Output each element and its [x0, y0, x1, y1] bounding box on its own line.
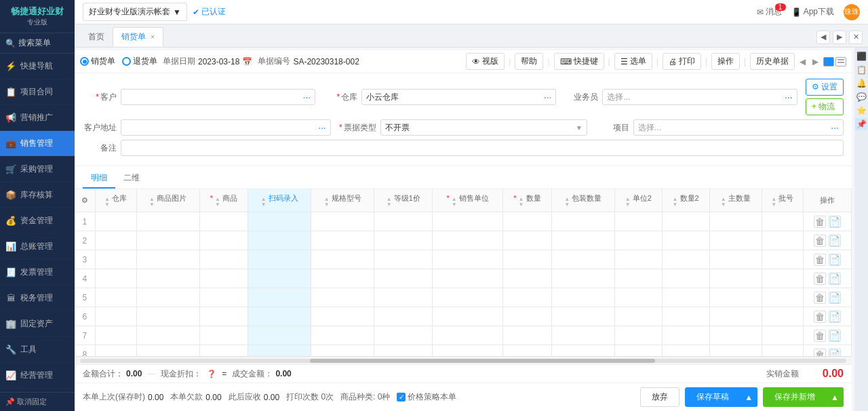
th-product-img[interactable]: ▲▼ 商品图片 [136, 189, 199, 212]
cell-pack-qty[interactable] [551, 326, 614, 345]
settings-icon[interactable]: ⚙ [81, 196, 88, 204]
cell-quantity[interactable] [502, 288, 551, 307]
cell-product[interactable] [199, 250, 248, 269]
customer-input[interactable]: ··· [121, 89, 315, 105]
th-qty2[interactable]: ▲▼ 数量2 [662, 189, 709, 212]
tab-home[interactable]: 首页 [80, 28, 113, 46]
cell-pack-qty[interactable] [551, 288, 614, 307]
copy-row-btn[interactable]: 📄 [829, 254, 841, 266]
right-panel-icon-2[interactable]: 📋 [855, 64, 867, 76]
cell-main-qty[interactable] [709, 212, 762, 231]
sidebar-item-sales[interactable]: 💼 销售管理 [0, 131, 75, 157]
cell-spec[interactable] [311, 288, 374, 307]
cell-scan[interactable] [248, 288, 311, 307]
cell-spec[interactable] [311, 326, 374, 345]
cell-scan[interactable] [248, 345, 311, 357]
history-btn[interactable]: 历史单据 [750, 53, 795, 70]
cell-pack-qty[interactable] [551, 231, 614, 250]
remarks-input[interactable] [121, 140, 844, 156]
calendar-icon[interactable]: 📅 [242, 57, 252, 66]
cell-product-img[interactable] [136, 307, 199, 326]
right-panel-icon-3[interactable]: 🔔 [855, 77, 867, 90]
add-logistics-btn[interactable]: + 物流 [806, 98, 844, 115]
cell-spec[interactable] [311, 269, 374, 288]
tab-next-btn[interactable]: ▶ [833, 31, 846, 44]
delete-row-btn[interactable]: 🗑 [814, 273, 826, 285]
cell-warehouse[interactable] [95, 269, 136, 288]
cell-main-qty[interactable] [709, 345, 762, 357]
delete-row-btn[interactable]: 🗑 [814, 330, 826, 342]
cell-product-img[interactable] [136, 288, 199, 307]
date-value[interactable]: 2023-03-18 [198, 57, 239, 66]
delete-row-btn[interactable]: 🗑 [814, 311, 826, 323]
cell-sales-unit[interactable] [433, 269, 503, 288]
sidebar-item-capital[interactable]: 💰 资金管理 [0, 208, 75, 234]
cell-main-qty[interactable] [709, 231, 762, 250]
grid-view-btn[interactable] [823, 57, 834, 66]
save-draft-btn[interactable]: 保存草稿 [685, 387, 741, 407]
cell-batch[interactable] [762, 345, 803, 357]
cell-qty2[interactable] [662, 231, 709, 250]
cell-scan[interactable] [248, 212, 311, 231]
price-policy-checkbox[interactable]: ✓ [397, 393, 406, 402]
cell-qty2[interactable] [662, 288, 709, 307]
cell-spec[interactable] [311, 345, 374, 357]
cell-warehouse[interactable] [95, 250, 136, 269]
view-btn[interactable]: 👁 视版 [466, 53, 505, 70]
sidebar-item-tools[interactable]: 🔧 工具 [0, 337, 75, 363]
cell-product[interactable] [199, 307, 248, 326]
cell-scan[interactable] [248, 231, 311, 250]
cell-unit2[interactable] [614, 345, 662, 357]
salesperson-input[interactable]: 选择... ··· [602, 89, 797, 105]
cell-scan[interactable] [248, 269, 311, 288]
delete-row-btn[interactable]: 🗑 [814, 254, 826, 266]
cell-sales-unit[interactable] [433, 212, 503, 231]
cell-spec[interactable] [311, 212, 374, 231]
cell-batch[interactable] [762, 269, 803, 288]
right-panel-icon-5[interactable]: ⭐ [855, 104, 867, 117]
cell-product-img[interactable] [136, 326, 199, 345]
cell-product-img[interactable] [136, 231, 199, 250]
sidebar-item-marketing[interactable]: 📢 营销推广 [0, 105, 75, 131]
th-sales-unit[interactable]: * ▲▼ 销售单位 [433, 189, 503, 212]
select-btn[interactable]: ☰ 选单 [614, 53, 652, 70]
cell-quantity[interactable] [502, 250, 551, 269]
cell-product[interactable] [199, 345, 248, 357]
cell-batch[interactable] [762, 250, 803, 269]
th-quantity[interactable]: * ▲▼ 数量 [502, 189, 551, 212]
cell-qty2[interactable] [662, 307, 709, 326]
copy-row-btn[interactable]: 📄 [829, 235, 841, 247]
cell-pack-qty[interactable] [551, 345, 614, 357]
right-panel-icon-4[interactable]: 💬 [855, 91, 867, 103]
delete-row-btn[interactable]: 🗑 [814, 235, 826, 247]
cell-product-img[interactable] [136, 345, 199, 357]
cell-qty2[interactable] [662, 326, 709, 345]
discard-btn[interactable]: 放弃 [640, 387, 679, 407]
cell-sales-unit[interactable] [433, 326, 503, 345]
cell-batch[interactable] [762, 231, 803, 250]
cell-pack-qty[interactable] [551, 212, 614, 231]
cell-scan[interactable] [248, 326, 311, 345]
cell-main-qty[interactable] [709, 326, 762, 345]
cell-sales-unit[interactable] [433, 288, 503, 307]
cell-product[interactable] [199, 212, 248, 231]
radio-sales-order[interactable]: 销货单 [80, 56, 115, 67]
operation-btn[interactable]: 操作 [711, 53, 740, 70]
cell-spec[interactable] [311, 250, 374, 269]
cell-qty2[interactable] [662, 345, 709, 357]
cell-batch[interactable] [762, 307, 803, 326]
cell-grade-price[interactable] [374, 307, 433, 326]
list-view-btn[interactable] [835, 57, 846, 66]
cell-sales-unit[interactable] [433, 231, 503, 250]
cell-product-img[interactable] [136, 269, 199, 288]
sidebar-search[interactable]: 🔍 搜索菜单 [0, 33, 75, 54]
warehouse-input[interactable]: 小云仓库 ··· [361, 89, 556, 105]
copy-row-btn[interactable]: 📄 [829, 216, 841, 228]
sidebar-item-inventory[interactable]: 📦 库存核算 [0, 182, 75, 208]
sidebar-item-tax[interactable]: 🏛 税务管理 [0, 286, 75, 311]
delete-row-btn[interactable]: 🗑 [814, 216, 826, 228]
copy-row-btn[interactable]: 📄 [829, 330, 841, 342]
tab-erwei[interactable]: 二维 [115, 169, 148, 189]
cell-sales-unit[interactable] [433, 307, 503, 326]
cell-unit2[interactable] [614, 307, 662, 326]
